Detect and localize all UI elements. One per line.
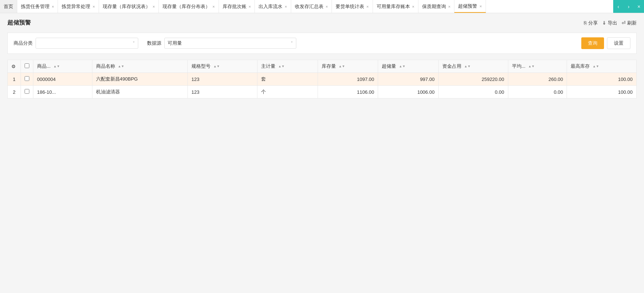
topbar-label-stock-dist: 现存量（库存分布表） [162, 3, 210, 10]
datasource-value: 可用量 [168, 40, 182, 47]
column-capital-occ[interactable]: 资金占用 ▲▼ [438, 60, 508, 73]
query-button[interactable]: 查询 [581, 37, 604, 49]
cell-unit-1: 个 [257, 86, 318, 99]
row-num-1: 2 [8, 86, 21, 99]
sort-icon-avg: ▲▼ [528, 65, 535, 68]
cell-product-code-1: 186-10... [33, 86, 92, 99]
data-table: ⚙ 商品... ▲▼ 商品名称 ▲▼ 规格型号 ▲▼ 主计 [7, 60, 637, 99]
close-icon-recv-send[interactable]: × [326, 4, 328, 9]
topbar-item-exception[interactable]: 拣货异常处理× [58, 0, 99, 13]
settings-button[interactable]: 设置 [607, 37, 630, 49]
topbar-label-batch-account: 库存批次账 [223, 3, 246, 10]
nav-prev-button[interactable]: ‹ [613, 0, 623, 13]
filter-actions: 查询 设置 [581, 37, 630, 49]
close-icon-overstock[interactable]: × [479, 4, 482, 8]
header-actions: ⎘ 分享 ⇓ 导出 ⏎ 刷新 [584, 20, 637, 26]
page-header: 超储预警 ⎘ 分享 ⇓ 导出 ⏎ 刷新 [7, 19, 637, 27]
close-icon-batch-account[interactable]: × [249, 4, 251, 9]
sort-icon-max-stock: ▲▼ [593, 65, 599, 68]
close-icon-inout-flow[interactable]: × [285, 4, 287, 9]
topbar-item-inout-flow[interactable]: 出入库流水× [255, 0, 291, 13]
column-product-name[interactable]: 商品名称 ▲▼ [92, 60, 188, 73]
close-icon-exception[interactable]: × [92, 4, 95, 9]
cell-capital-occ-0: 259220.00 [438, 73, 508, 86]
topbar-item-stock-dist[interactable]: 现存量（库存分布表）× [159, 0, 219, 13]
cell-over-qty-0: 997.00 [378, 73, 439, 86]
column-stock-qty[interactable]: 库存量 ▲▼ [318, 60, 378, 73]
refresh-action[interactable]: ⏎ 刷新 [622, 20, 637, 26]
datasource-select[interactable]: 可用量 ˅ [164, 38, 296, 49]
chevron-down-icon: ˅ [133, 41, 135, 46]
cell-unit-0: 套 [257, 73, 318, 86]
topbar-label-task-mgmt: 拣货任务管理 [21, 3, 50, 10]
column-over-qty[interactable]: 超储量 ▲▼ [378, 60, 439, 73]
row-select-1[interactable] [25, 89, 29, 94]
sort-icon-product-name: ▲▼ [118, 65, 124, 68]
cell-product-name-1: 机油滤清器 [92, 86, 188, 99]
row-num-0: 1 [8, 73, 21, 86]
close-icon-order-stats[interactable]: × [366, 4, 369, 9]
category-filter: 商品分类 ˅ [14, 38, 138, 49]
nav-next-button[interactable]: › [623, 0, 634, 13]
column-spec[interactable]: 规格型号 ▲▼ [188, 60, 257, 73]
topbar-label-inout-flow: 出入库流水 [259, 3, 282, 10]
column-gear: ⚙ [8, 60, 21, 73]
column-unit[interactable]: 主计量 ▲▼ [257, 60, 318, 73]
refresh-icon: ⏎ [622, 20, 626, 26]
topbar-label-order-stats: 要货单统计表 [336, 3, 364, 10]
filter-row: 商品分类 ˅ 数据源 可用量 ˅ 查询 设置 [7, 33, 637, 54]
sort-icon-over-qty: ▲▼ [399, 65, 406, 68]
topbar-label-stock-status: 现存量（库存状况表） [103, 3, 150, 10]
cell-max-stock-1: 100.00 [567, 86, 637, 99]
cell-stock-qty-1: 1106.00 [318, 86, 378, 99]
topbar-item-expiry[interactable]: 保质期查询× [418, 0, 454, 13]
cell-avg-1: 0.00 [508, 86, 567, 99]
topbar-item-recv-send[interactable]: 收发存汇总表× [291, 0, 332, 13]
topbar-item-task-mgmt[interactable]: 拣货任务管理× [17, 0, 58, 13]
topbar-item-order-stats[interactable]: 要货单统计表× [332, 0, 373, 13]
gear-icon[interactable]: ⚙ [11, 64, 16, 69]
table-row: 1 0000004 六配套新昌490BPG 123 套 1097.00 997.… [8, 73, 637, 86]
column-max-stock[interactable]: 最高库存 ▲▼ [567, 60, 637, 73]
category-select[interactable]: ˅ [36, 38, 138, 49]
nav-close-button[interactable]: × [634, 0, 644, 13]
topbar-item-stock-status[interactable]: 现存量（库存状况表）× [99, 0, 159, 13]
datasource-filter: 数据源 可用量 ˅ [147, 38, 296, 49]
table-row: 2 186-10... 机油滤清器 123 个 1106.00 1006.00 … [8, 86, 637, 99]
page-title: 超储预警 [7, 19, 31, 27]
datasource-label: 数据源 [147, 40, 161, 47]
nav-arrows: ‹ › × [613, 0, 644, 13]
sort-icon-product-code: ▲▼ [53, 65, 60, 68]
topbar-label-home: 首页 [4, 3, 13, 10]
cell-over-qty-1: 1006.00 [378, 86, 439, 99]
topbar-label-expiry: 保质期查询 [422, 3, 446, 10]
close-icon-stock-dist[interactable]: × [212, 4, 215, 9]
chevron-down-icon-2: ˅ [291, 41, 293, 46]
topbar-item-overstock[interactable]: 超储预警× [454, 0, 486, 13]
topbar-item-batch-account[interactable]: 库存批次账× [219, 0, 255, 13]
column-checkbox-all [21, 60, 33, 73]
close-icon-task-mgmt[interactable]: × [52, 4, 54, 9]
column-avg[interactable]: 平均... ▲▼ [508, 60, 567, 73]
export-icon: ⇓ [602, 20, 606, 26]
column-product-code[interactable]: 商品... ▲▼ [33, 60, 92, 73]
cell-spec-1: 123 [188, 86, 257, 99]
topbar-label-recv-send: 收发存汇总表 [295, 3, 323, 10]
cell-capital-occ-1: 0.00 [438, 86, 508, 99]
cell-product-name-0: 六配套新昌490BPG [92, 73, 188, 86]
cell-avg-0: 260.00 [508, 73, 567, 86]
topbar-label-avail-book: 可用量库存账本 [377, 3, 410, 10]
select-all-checkbox[interactable] [25, 63, 29, 68]
topbar-item-avail-book[interactable]: 可用量库存账本× [373, 0, 418, 13]
share-action[interactable]: ⎘ 分享 [584, 20, 598, 26]
row-checkbox-0 [21, 73, 33, 86]
topbar-item-home[interactable]: 首页 [0, 0, 17, 13]
export-action[interactable]: ⇓ 导出 [602, 20, 617, 26]
sort-icon-unit: ▲▼ [278, 65, 285, 68]
close-icon-expiry[interactable]: × [448, 4, 450, 9]
row-select-0[interactable] [25, 76, 29, 81]
sort-icon-capital-occ: ▲▼ [464, 65, 471, 68]
close-icon-avail-book[interactable]: × [412, 4, 414, 9]
close-icon-stock-status[interactable]: × [153, 4, 155, 9]
cell-spec-0: 123 [188, 73, 257, 86]
